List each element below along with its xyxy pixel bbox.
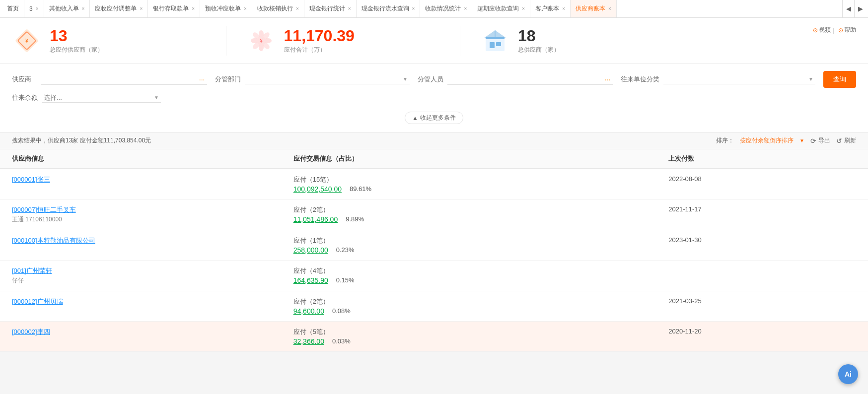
nav-tab-supplier-book[interactable]: 供应商账本 × [571, 0, 617, 18]
tx-amount-001[interactable]: 164,635.90 [293, 276, 328, 284]
result-bar: 搜索结果中，供应商13家 应付金额111,703,854.00元 排序： 按应付… [0, 132, 868, 149]
tx-label-000001: 应付（15笔） [293, 176, 333, 183]
dept-label: 分管部门 [215, 75, 241, 84]
unit-class-input[interactable] [665, 75, 807, 83]
unit-class-dropdown-icon[interactable]: ▼ [808, 76, 813, 82]
nav-tab-bank-deposit-label: 银行存取款单 [153, 4, 189, 13]
tx-percent-000012: 0.08% [332, 307, 351, 315]
supplier-label: 供应商 [12, 75, 37, 84]
supplier-cell-000002: [000002]李四 [12, 328, 293, 336]
stat-ap-amount-number: 11,170.39 [284, 28, 355, 44]
nav-tab-customer-book[interactable]: 客户账本 × [530, 0, 571, 18]
last-pay-cell-000002: 2020-11-20 [668, 328, 856, 335]
video-link[interactable]: 视频 [819, 26, 831, 34]
balance-dropdown-icon[interactable]: ▼ [154, 95, 159, 100]
help-link[interactable]: 帮助 [844, 26, 856, 34]
sort-value[interactable]: 按应付余额倒序排序 [740, 136, 794, 145]
refresh-button[interactable]: ↺ 刷新 [836, 136, 856, 145]
nav-tab-cash-bank-flow[interactable]: 现金银行流水查询 × [357, 0, 421, 18]
nav-tab-3[interactable]: 3 × [24, 0, 44, 18]
balance-label: 往来余额 [12, 93, 38, 102]
search-row-2: 往来余额 ▼ [12, 93, 856, 103]
nav-tab-receipt-stat[interactable]: 收款情况统计 × [420, 0, 472, 18]
nav-tab-3-label: 3 [29, 5, 33, 12]
sort-label: 排序： [716, 136, 734, 145]
query-button[interactable]: 查询 [823, 71, 856, 88]
nav-tab-receipt-verify-label: 收款核销执行 [257, 4, 293, 13]
person-label: 分管人员 [418, 75, 443, 84]
table-row: [000100]本特勒油品有限公司 应付（1笔） 258,000.00 0.23… [0, 230, 868, 261]
divider: | [833, 27, 834, 34]
sort-arrow-icon[interactable]: ▼ [799, 138, 804, 143]
stat-ap-amount-label: 应付合计（万） [284, 46, 355, 54]
close-icon[interactable]: × [412, 6, 415, 11]
col-header-tx: 应付交易信息（占比） [293, 154, 669, 163]
tx-row-001: 164,635.90 0.15% [293, 275, 669, 284]
supplier-link-000012[interactable]: [000012]广州贝瑞 [12, 298, 63, 305]
nav-left-arrow[interactable]: ◀ [842, 0, 854, 18]
close-icon[interactable]: × [464, 6, 467, 11]
close-icon[interactable]: × [244, 6, 247, 11]
supplier-link-000100[interactable]: [000100]本特勒油品有限公司 [12, 237, 95, 244]
last-pay-cell-000012: 2021-03-25 [668, 297, 856, 305]
close-icon[interactable]: × [36, 6, 39, 11]
nav-tab-prepay-ar[interactable]: 预收冲应收单 × [200, 0, 252, 18]
col-header-last-pay: 上次付数 [668, 154, 856, 163]
export-label: 导出 [818, 136, 830, 145]
supplier-link-000007[interactable]: [000007]恒旺二手叉车 [12, 206, 76, 213]
last-pay-cell-000100: 2023-01-30 [668, 236, 856, 244]
tx-amount-000002[interactable]: 32,366.00 [293, 337, 324, 345]
stat-ap-suppliers-number: 13 [50, 28, 103, 44]
tx-percent-000007: 9.89% [346, 215, 364, 223]
close-icon[interactable]: × [140, 6, 143, 11]
stat-total-suppliers-info: 18 总供应商（家） [518, 28, 560, 54]
tx-amount-000100[interactable]: 258,000.00 [293, 246, 328, 254]
collapse-button[interactable]: ▲ 收起更多条件 [405, 112, 463, 124]
tx-percent-000002: 0.03% [332, 337, 351, 345]
supplier-link-000002[interactable]: [000002]李四 [12, 328, 50, 335]
refresh-label: 刷新 [844, 136, 856, 145]
close-icon[interactable]: × [192, 6, 195, 11]
top-right-links: ⊙ 视频 | ⊙ 帮助 [811, 26, 856, 34]
person-dots-icon[interactable]: ··· [605, 75, 611, 83]
dept-dropdown-icon[interactable]: ▼ [403, 76, 408, 82]
close-icon[interactable]: × [562, 6, 565, 11]
collapse-bar: ▲ 收起更多条件 [12, 108, 856, 125]
dept-input[interactable] [247, 75, 401, 83]
supplier-sub-000007: 王通 17106110000 [12, 215, 293, 224]
col-header-supplier: 供应商信息 [12, 154, 293, 163]
supplier-dots-icon[interactable]: ··· [199, 75, 205, 83]
close-icon[interactable]: × [522, 6, 525, 11]
supplier-link-001[interactable]: [001]广州荣轩 [12, 267, 52, 274]
nav-tab-ar-ap-adjust[interactable]: 应收应付调整单 × [90, 0, 148, 18]
nav-tab-other-income[interactable]: 其他收入单 × [44, 0, 90, 18]
tx-amount-000007[interactable]: 11,051,486.00 [293, 215, 338, 223]
nav-right-arrow[interactable]: ▶ [854, 0, 866, 18]
nav-tab-overdue-ar[interactable]: 超期应收款查询 × [472, 0, 530, 18]
export-button[interactable]: ⟳ 导出 [810, 136, 830, 145]
supplier-link-000001[interactable]: [000001]张三 [12, 176, 50, 183]
stat-ap-suppliers-label: 总应付供应商（家） [50, 46, 103, 54]
close-icon[interactable]: × [296, 6, 299, 11]
close-icon[interactable]: × [82, 6, 85, 11]
stat-total-ap-amount: ¥ 11,170.39 应付合计（万） [246, 26, 461, 56]
last-pay-000100: 2023-01-30 [668, 236, 702, 244]
tx-percent-000001: 89.61% [350, 185, 371, 193]
tx-label-000100: 应付（1笔） [293, 237, 329, 244]
video-icon: ⊙ [813, 27, 818, 34]
nav-tab-cash-bank-stat[interactable]: 现金银行统计 × [304, 0, 357, 18]
nav-tab-bank-deposit[interactable]: 银行存取款单 × [148, 0, 200, 18]
close-icon[interactable]: × [348, 6, 351, 11]
nav-tab-home[interactable]: 首页 [2, 0, 24, 18]
tx-amount-000012[interactable]: 94,600.00 [293, 307, 324, 315]
tx-amount-000001[interactable]: 100,092,540.00 [293, 185, 342, 193]
supplier-sub-001: 仔仔 [12, 276, 293, 285]
data-table: 供应商信息 应付交易信息（占比） 上次付数 [000001]张三 应付（15笔）… [0, 149, 868, 352]
table-row: [000002]李四 应付（5笔） 32,366.00 0.03% 2020-1… [0, 322, 868, 352]
nav-tab-receipt-verify[interactable]: 收款核销执行 × [252, 0, 304, 18]
balance-input[interactable] [44, 94, 152, 101]
flower-icon: ¥ [246, 26, 276, 56]
close-icon[interactable]: × [608, 6, 611, 11]
person-input[interactable] [449, 75, 605, 83]
supplier-input[interactable] [43, 75, 199, 83]
